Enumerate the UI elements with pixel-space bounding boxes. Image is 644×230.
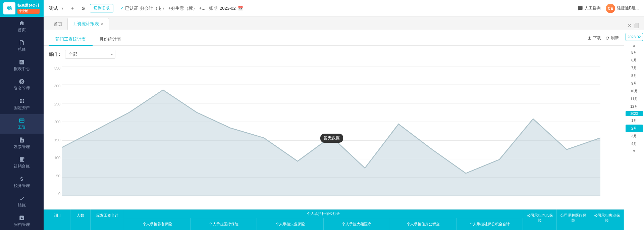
- sidebar-logo: 畅 畅康通好会计 专业版: [0, 0, 44, 17]
- month-9[interactable]: 9月: [626, 80, 643, 87]
- topbar-title: 测试: [49, 5, 58, 11]
- y-label-250: 250: [54, 102, 60, 106]
- sub-tab-dept-label: 部门工资统计表: [55, 37, 86, 42]
- home-icon: [19, 20, 25, 26]
- sidebar-item-ledger[interactable]: 总账: [0, 36, 44, 56]
- panel-expand-icon[interactable]: ⬜: [633, 23, 639, 28]
- tab-salary-label: 工资统计报表: [73, 21, 99, 27]
- sub-tabs: 部门工资统计表 月份统计表 下载 刷新: [44, 30, 624, 46]
- sidebar-label-invoice: 发票管理: [14, 144, 30, 150]
- logo-text: 畅康通好会计: [17, 3, 40, 8]
- archive-icon: [19, 215, 25, 221]
- sidebar-item-archive[interactable]: 归档管理: [0, 212, 44, 230]
- invoice-icon: [19, 137, 25, 143]
- chart-area: 350 300 250 200 150 100 50 0: [44, 63, 624, 209]
- chart-svg-wrapper: 暂无数据: [62, 66, 600, 196]
- th-group-cols: 个人承担养老保险 个人承担医疗保险 个人承担失业保险 个人承担大额医疗 个人承担…: [124, 218, 523, 230]
- month-8[interactable]: 8月: [626, 72, 643, 80]
- user-menu[interactable]: CE 轻捷通B组...: [606, 4, 639, 13]
- th-personal-medical: 个人承担医疗保险: [191, 218, 257, 230]
- status-type1: 好会计（专）: [140, 5, 166, 11]
- status-type2: +好生意（标）: [168, 5, 197, 11]
- month-6[interactable]: 6月: [626, 56, 643, 64]
- dept-select[interactable]: 全部 财务部 销售部 技术部: [65, 50, 115, 59]
- month-7[interactable]: 7月: [626, 64, 643, 72]
- assets-icon: [19, 98, 25, 104]
- year-badge: 2023: [626, 111, 643, 116]
- y-label-100: 100: [54, 156, 60, 160]
- sidebar-item-inventory[interactable]: 进销台账: [0, 153, 44, 173]
- month-10[interactable]: 10月: [626, 87, 643, 95]
- sidebar-item-assets[interactable]: 固定资产: [0, 95, 44, 114]
- th-personal-group: 个人承担社保公积金 个人承担养老保险 个人承担医疗保险 个人承担失业保险 个人承…: [124, 210, 523, 230]
- sidebar-item-checkout[interactable]: 结账: [0, 192, 44, 212]
- sidebar-label-tax: 税务管理: [14, 183, 30, 189]
- refresh-button[interactable]: 刷新: [605, 35, 619, 41]
- y-label-350: 350: [54, 66, 60, 70]
- th-company-pension: 公司承担养老保险: [523, 210, 557, 230]
- month-5[interactable]: 5月: [626, 49, 643, 56]
- sidebar: 畅 畅康通好会计 专业版 首页 总账 报表中心 资金管理 固定资产 工资 发票管…: [0, 0, 44, 230]
- sidebar-item-funds[interactable]: 资金管理: [0, 75, 44, 95]
- settings-topbar-button[interactable]: ⚙: [79, 4, 87, 12]
- sub-tab-month-label: 月份统计表: [99, 37, 121, 42]
- th-personal-housing: 个人承担住房公积金: [390, 218, 457, 230]
- line-chart-svg: [62, 66, 600, 196]
- calendar-icon[interactable]: 📅: [238, 6, 243, 11]
- bottom-table: 部门 人数 应发工资合计 个人承担社保公积金 个人承担养老保险 个人承担医疗保险…: [44, 209, 624, 230]
- sub-tab-month[interactable]: 月份统计表: [93, 34, 128, 46]
- dropdown-arrow-icon[interactable]: ▾: [61, 6, 63, 11]
- month-11[interactable]: 11月: [626, 95, 643, 103]
- th-dept: 部门: [44, 210, 70, 230]
- th-personal-pension: 个人承担养老保险: [124, 218, 191, 230]
- sidebar-label-assets: 固定资产: [14, 105, 30, 111]
- dept-filter-label: 部门：: [49, 51, 62, 57]
- download-icon: [587, 36, 592, 40]
- sidebar-item-tax[interactable]: 税务管理: [0, 173, 44, 192]
- sidebar-label-funds: 资金管理: [14, 86, 30, 91]
- download-label: 下载: [593, 35, 601, 41]
- main-area: 测试 ▾ ＋ ⚙ 切到旧版 ✓ 已认证 好会计（专） +好生意（标） +... …: [44, 0, 644, 230]
- status-certified: 已认证: [125, 5, 138, 11]
- download-button[interactable]: 下载: [587, 35, 601, 41]
- sidebar-item-reports[interactable]: 报表中心: [0, 56, 44, 75]
- sidebar-label-reports: 报表中心: [14, 66, 30, 72]
- panel-close-icon[interactable]: ✕: [628, 23, 632, 28]
- month-3[interactable]: 3月: [626, 132, 643, 140]
- sidebar-label-checkout: 结账: [18, 202, 26, 208]
- user-avatar: CE: [606, 4, 615, 13]
- month-4[interactable]: 4月: [626, 140, 643, 148]
- sidebar-item-invoice[interactable]: 发票管理: [0, 134, 44, 153]
- funds-icon: [19, 79, 25, 85]
- th-count: 人数: [70, 210, 91, 230]
- table-header: 部门 人数 应发工资合计 个人承担社保公积金 个人承担养老保险 个人承担医疗保险…: [44, 210, 624, 230]
- th-total-salary: 应发工资合计: [91, 210, 124, 230]
- topbar-right: 人工咨询 CE 轻捷通B组...: [578, 4, 639, 13]
- sub-tab-dept[interactable]: 部门工资统计表: [49, 34, 93, 46]
- tab-home[interactable]: 首页: [49, 18, 67, 30]
- panel-nav-up[interactable]: ▲: [631, 42, 637, 49]
- topbar-actions: ＋ ⚙ 切到旧版: [68, 4, 113, 12]
- sidebar-label-ledger: 总账: [18, 47, 26, 52]
- month-1[interactable]: 1月: [626, 117, 643, 125]
- switch-old-button[interactable]: 切到旧版: [90, 4, 113, 12]
- add-button[interactable]: ＋: [68, 4, 76, 12]
- month-2-active[interactable]: 2月: [626, 125, 643, 132]
- sidebar-label-archive: 归档管理: [14, 222, 30, 228]
- help-btn[interactable]: 人工咨询: [578, 5, 601, 11]
- panel-nav-down[interactable]: ▼: [631, 148, 637, 154]
- sidebar-item-salary[interactable]: 工资: [0, 114, 44, 134]
- help-label: 人工咨询: [585, 5, 601, 11]
- tab-salary-report[interactable]: 工资统计报表 ✕: [67, 18, 109, 30]
- th-group-label: 个人承担社保公积金: [124, 210, 523, 218]
- month-12[interactable]: 12月: [626, 103, 643, 110]
- inventory-icon: [19, 156, 25, 163]
- status-more: +...: [199, 6, 205, 11]
- tab-close-icon[interactable]: ✕: [101, 22, 104, 26]
- y-label-0: 0: [58, 192, 60, 196]
- check-icon: ✓: [120, 6, 124, 11]
- th-personal-total: 个人承担社保公积金合计: [457, 218, 523, 230]
- sidebar-item-home[interactable]: 首页: [0, 17, 44, 36]
- content-main: 部门工资统计表 月份统计表 下载 刷新 部: [44, 30, 624, 230]
- refresh-icon: [605, 36, 609, 40]
